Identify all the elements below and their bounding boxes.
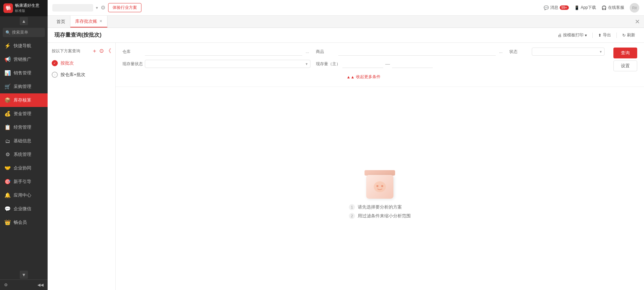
sidebar-item-quick-nav[interactable]: ⚡ 快捷导航 [0,39,48,53]
sidebar-scroll-down[interactable]: ▼ [20,271,28,279]
action-separator [592,33,593,38]
app-download-action[interactable]: 📱 App下载 [574,5,596,11]
refresh-btn[interactable]: ↻ 刷新 [620,31,637,39]
member-icon: 👑 [4,219,11,226]
stock-qty-field: 现存量（主） — [316,60,504,68]
add-scheme-icon[interactable]: ＋ [92,48,97,55]
filter-row-2: 现存量状态 ▾ [122,60,605,68]
left-panel-title: 按以下方案查询 [52,48,80,54]
illustration-box [366,175,393,199]
export-btn[interactable]: ⬆ 导出 [596,31,613,39]
tab-home[interactable]: 首页 [52,16,70,28]
sidebar-item-enterprise[interactable]: 🤝 企业协同 [0,161,48,175]
sidebar-item-purchase[interactable]: 🛒 采购管理 [0,80,48,93]
page-header-actions: 🖨 按模板打印 ▾ ⬆ 导出 ↻ 刷新 [556,31,637,39]
chevron-down-icon: ▾ [585,33,587,38]
scheme-by-batch-label: 按批次 [61,60,74,66]
collapse-panel-icon[interactable]: 《 [106,48,111,55]
sidebar-item-basic[interactable]: 🗂 基础信息 [0,134,48,148]
user-profile[interactable]: Rit [630,3,639,13]
sidebar-footer: ⚙ ◀◀ [0,279,48,290]
box-face-svg [371,180,388,194]
sidebar-item-label: 营销推广 [14,56,31,62]
sidebar-item-inventory[interactable]: 📦 库存核算 [0,93,48,107]
warehouse-label: 仓库 [122,49,143,55]
app-title: 畅康通好生意 [15,3,39,8]
product-more-btn[interactable]: ... [498,49,504,54]
empty-hints: 1 请先选择要分析的方案 2 用过滤条件来缩小分析范围 [349,204,411,219]
sidebar-item-label: 经营管理 [14,124,31,130]
message-icon: 💬 [544,5,549,10]
stock-qty-min-input[interactable] [342,60,383,68]
sidebar-item-newbie[interactable]: 🎯 新手引导 [0,175,48,188]
sidebar-item-marketing[interactable]: 📢 营销推广 [0,53,48,66]
sidebar-scroll-up[interactable]: ▲ [20,17,28,25]
footer-settings-icon[interactable]: ⚙ [4,283,8,287]
left-panel-header: 按以下方案查询 ＋ ⊙ 《 [48,46,115,57]
sidebar-header: 畅 畅康通好生意 标准版 [0,0,48,16]
settings-btn[interactable]: 设置 [613,60,637,71]
scheme-by-warehouse-batch-label: 按仓库+批次 [61,72,85,78]
gear-icon[interactable]: ⚙ [101,4,105,11]
print-template-btn[interactable]: 🖨 按模板打印 ▾ [556,31,589,39]
product-field: 商品 ... [316,48,504,56]
footer-collapse-icon[interactable]: ◀◀ [37,283,44,287]
sidebar-item-wechat[interactable]: 💬 企业微信 [0,202,48,216]
product-input[interactable] [338,48,496,56]
sidebar-item-appstore[interactable]: 🔔 应用中心 [0,188,48,202]
empty-hint-1: 1 请先选择要分析的方案 [349,204,411,210]
hint-2-text: 用过滤条件来缩小分析范围 [358,213,411,219]
stock-qty-max-input[interactable] [392,60,433,68]
hint-1-text: 请先选择要分析的方案 [358,204,402,210]
online-service-action[interactable]: 🎧 在线客服 [601,5,624,11]
sidebar-item-label: 畅会员 [14,219,27,225]
panel-close-btn[interactable]: ✕ [635,18,640,25]
right-panel: 仓库 ... 商品 ... [116,43,644,290]
stock-qty-label: 现存量（主） [316,61,340,67]
refresh-icon: ↻ [622,33,626,38]
collapse-row[interactable]: ▲▲ 收起更多条件 [122,72,605,82]
marketing-icon: 📢 [4,56,11,63]
sidebar-item-label: 新手引导 [14,179,31,185]
warehouse-input[interactable] [145,48,302,56]
empty-illustration [359,158,400,199]
page-header: 现存量查询(按批次) 🖨 按模板打印 ▾ ⬆ 导出 ↻ 刷 [48,28,644,43]
collapse-label: 收起更多条件 [356,74,380,80]
sidebar-item-sales[interactable]: 📊 销售管理 [0,66,48,80]
status-select[interactable] [532,48,605,56]
tab-close-icon[interactable]: ✕ [99,19,102,23]
settings-scheme-icon[interactable]: ⊙ [99,48,104,55]
panel-header-icons: ＋ ⊙ 《 [92,48,111,55]
scheme-by-warehouse-batch[interactable]: ○ 按仓库+批次 [48,69,115,80]
print-template-label: 按模板打印 [563,32,583,38]
inventory-icon: 📦 [4,97,11,104]
sidebar-search[interactable]: 🔍 搜索菜单 [3,28,45,37]
tab-batch-account[interactable]: 库存批次账 ✕ [70,16,107,28]
tab-batch-account-label: 库存批次账 [75,18,97,24]
query-btn[interactable]: 查询 [613,48,637,58]
filter-fields: 仓库 ... 商品 ... [122,48,605,82]
breadcrumb-input[interactable] [52,4,93,12]
warehouse-more-btn[interactable]: ... [304,49,310,54]
app-logo: 畅 [3,3,13,13]
message-action[interactable]: 💬 消息 99+ [544,5,569,11]
stock-status-label: 现存量状态 [122,61,143,67]
main-area: ▾ ⚙ 体验行业方案 💬 消息 99+ 📱 App下载 🎧 在线客服 Rit [48,0,644,290]
hint-1-num: 1 [349,204,355,210]
sidebar-item-operation[interactable]: 📋 经营管理 [0,121,48,134]
trial-btn[interactable]: 体验行业方案 [108,3,141,12]
topbar-left: ▾ ⚙ 体验行业方案 [52,3,141,12]
system-icon: ⚙ [4,151,11,158]
sidebar-item-label: 销售管理 [14,70,31,76]
empty-hint-2: 2 用过滤条件来缩小分析范围 [349,213,411,219]
app-download-label: App下载 [581,5,596,11]
scheme-by-batch[interactable]: ✓ 按批次 [48,57,115,69]
stock-status-select[interactable] [145,60,310,68]
sidebar-item-label: 采购管理 [14,84,31,90]
sidebar-item-member[interactable]: 👑 畅会员 [0,216,48,229]
appstore-icon: 🔔 [4,192,11,199]
operation-icon: 📋 [4,124,11,131]
sidebar-item-system[interactable]: ⚙ 系统管理 [0,148,48,161]
sidebar-item-finance[interactable]: 💰 资金管理 [0,107,48,121]
sidebar-item-label: 快捷导航 [14,43,31,49]
